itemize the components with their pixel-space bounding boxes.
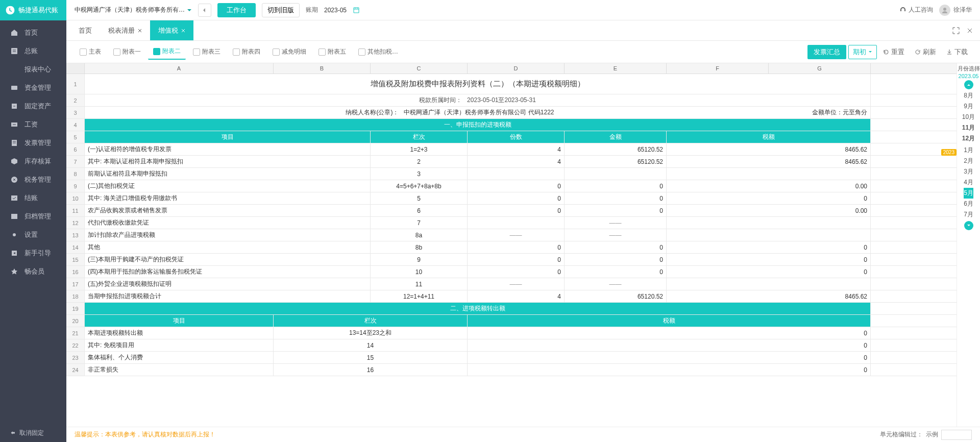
subtab-附表一[interactable]: 附表一 — [108, 44, 146, 60]
nav-ledger[interactable]: 总账 — [0, 42, 66, 60]
footer: 温馨提示：本表供参考，请认真核对数据后再上报！ 单元格编辑过： 示例 — [66, 427, 980, 442]
nav-salary[interactable]: 工资 — [0, 115, 66, 134]
sheet[interactable]: ABCDEFG 1增值税及附加税费申报表附列资料（二）（本期进项税额明细）2税款… — [66, 63, 957, 427]
row-num: 20 — [66, 315, 85, 327]
data-row: 6(一)认证相符的增值税专用发票1=2+3465120.528465.62 — [66, 143, 957, 156]
row-num: 19 — [66, 303, 85, 314]
period-value[interactable]: 2023-05 — [324, 7, 347, 14]
period-type-button[interactable]: 期初 — [848, 45, 877, 59]
rail-month[interactable]: 4月 — [964, 177, 973, 188]
sheet-icon — [358, 48, 365, 56]
old-version-button[interactable]: 切到旧版 — [262, 3, 300, 17]
row-num: 13 — [66, 229, 85, 241]
back-icon — [202, 7, 208, 13]
data-row: 17(五)外贸企业进项税额抵扣证明11———— — [66, 278, 957, 290]
data-row: 18当期申报抵扣进项税额合计12=1+4+11465120.528465.62 — [66, 290, 957, 303]
nav-guide[interactable]: 新手引导 — [0, 244, 66, 262]
ledger-icon — [10, 47, 18, 55]
close-icon[interactable] — [138, 29, 142, 33]
tab-税表清册[interactable]: 税表清册 — [100, 20, 150, 40]
invoice-summary-button[interactable]: 发票汇总 — [807, 45, 846, 59]
avatar — [939, 5, 950, 16]
subtab-附表二[interactable]: 附表二 — [148, 44, 186, 60]
rail-month[interactable]: 5月 — [964, 188, 973, 199]
nav-close[interactable]: 结账 — [0, 189, 66, 207]
nav-home[interactable]: 首页 — [0, 23, 66, 42]
nav-tax[interactable]: 税务管理 — [0, 170, 66, 189]
calendar-icon[interactable] — [353, 7, 360, 14]
footer-edit-input[interactable] — [941, 430, 972, 440]
section1-header: 一、申报抵扣的进项税额 — [85, 119, 871, 131]
rail-month[interactable]: 2月 — [964, 156, 973, 166]
download-button[interactable]: 下载 — [942, 45, 972, 59]
row-num: 23 — [66, 352, 85, 363]
nav-stock[interactable]: 库存核算 — [0, 152, 66, 170]
row-num: 14 — [66, 241, 85, 253]
rail-month[interactable]: 6月 — [964, 199, 973, 209]
pin-toggle[interactable]: 取消固定 — [0, 424, 66, 442]
refresh-button[interactable]: 刷新 — [911, 45, 940, 59]
row-num: 5 — [66, 131, 85, 143]
tab-增值税[interactable]: 增值税 — [150, 20, 193, 40]
rail-month[interactable]: 3月 — [964, 166, 973, 177]
subtab-附表三[interactable]: 附表三 — [188, 44, 226, 60]
subtab-附表五[interactable]: 附表五 — [313, 44, 351, 60]
subtab-附表四[interactable]: 附表四 — [228, 44, 265, 60]
subtab-主表[interactable]: 主表 — [75, 44, 106, 60]
caret-down-icon — [187, 8, 192, 13]
column-headers: ABCDEFG — [66, 63, 957, 74]
rail-month[interactable]: 8月 — [962, 90, 975, 101]
support-link[interactable]: 人工咨询 — [899, 6, 933, 14]
rail-month[interactable]: 9月 — [962, 101, 975, 112]
data-row: 8前期认证相符且本期申报抵扣3 — [66, 168, 957, 180]
rail-up[interactable] — [964, 80, 973, 89]
fullscreen-icon[interactable] — [952, 27, 960, 34]
stock-icon — [10, 157, 18, 165]
close-icon[interactable] — [181, 29, 185, 33]
user-menu[interactable]: 徐泽华 — [939, 5, 972, 16]
row-num: 18 — [66, 290, 85, 302]
subtab-减免明细[interactable]: 减免明细 — [267, 44, 311, 60]
member-icon — [10, 267, 18, 276]
back-button[interactable] — [198, 4, 211, 17]
nav-wallet[interactable]: 资金管理 — [0, 79, 66, 97]
nav-settings[interactable]: 设置 — [0, 226, 66, 244]
svg-rect-1 — [11, 86, 17, 90]
rail-down[interactable] — [964, 221, 973, 230]
nav-archive[interactable]: 归档管理 — [0, 207, 66, 226]
reset-button[interactable]: 重置 — [879, 45, 909, 59]
nav-chart[interactable]: 报表中心 — [0, 60, 66, 79]
row-num: 16 — [66, 266, 85, 278]
nav-member[interactable]: 畅会员 — [0, 262, 66, 281]
user-icon — [941, 7, 948, 14]
nav-invoice[interactable]: 发票管理 — [0, 134, 66, 152]
logo[interactable]: 畅捷通易代账 — [0, 0, 66, 20]
svg-point-2 — [15, 87, 16, 88]
data-row: 9(二)其他扣税凭证4=5+6+7+8a+8b000.00 — [66, 180, 957, 192]
data-row: 13加计扣除农产品进项税额8a———— — [66, 229, 957, 241]
nav-asset[interactable]: 固定资产 — [0, 97, 66, 115]
subtab-其他扣税…[interactable]: 其他扣税… — [353, 44, 403, 60]
invoice-icon — [10, 139, 18, 147]
close-all-tabs[interactable] — [964, 24, 976, 37]
sheet-icon — [80, 48, 87, 56]
rail-month[interactable]: 7月 — [964, 209, 973, 220]
row-num: 4 — [66, 119, 85, 131]
rail-month[interactable]: 11月 — [962, 122, 975, 133]
workbench-button[interactable]: 工作台 — [217, 3, 256, 17]
rail-year-tag: 2023 — [941, 149, 957, 156]
subtabs-bar: 主表附表一附表二附表三附表四减免明细附表五其他扣税… 发票汇总 期初 重置 刷新… — [66, 41, 980, 63]
rail-month[interactable]: 10月 — [962, 112, 975, 122]
tab-首页[interactable]: 首页 — [70, 20, 100, 40]
guide-icon — [10, 249, 18, 257]
row-num: 24 — [66, 364, 85, 376]
row-num: 9 — [66, 180, 85, 192]
row-num: 2 — [66, 94, 85, 106]
row-num: 10 — [66, 192, 85, 204]
rail-month[interactable]: 1月 — [964, 145, 973, 156]
company-select[interactable]: 中税网通广泽（天津）税务师事务所有… — [75, 6, 192, 14]
data-row: 12代扣代缴税收缴款凭证7—— — [66, 217, 957, 229]
sidebar: 畅捷通易代账 首页总账报表中心资金管理固定资产工资发票管理库存核算税务管理结账归… — [0, 0, 66, 442]
row-num: 3 — [66, 107, 85, 118]
rail-month[interactable]: 12月 — [962, 133, 975, 144]
